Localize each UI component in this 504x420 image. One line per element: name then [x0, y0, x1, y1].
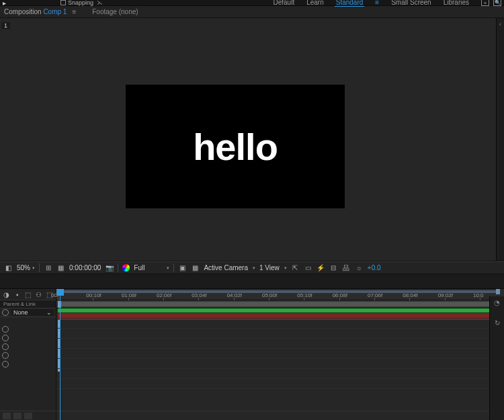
time-ruler[interactable]: 00f00:10f01:08f02:06f03:04f04:02f05:00f0…: [56, 289, 504, 300]
timeline-zoom-slider[interactable]: [56, 411, 504, 420]
time-navigator[interactable]: [56, 300, 504, 308]
parent-link-header: Parent & Link: [0, 300, 56, 308]
ruler-tick: 01:08f: [122, 292, 136, 298]
workspace-menu-icon[interactable]: ≡: [374, 0, 380, 7]
grid-icon[interactable]: ▦: [56, 263, 65, 272]
workspace-small-screen[interactable]: Small Screen: [390, 0, 432, 7]
viewer-controls: ◧ 50%▾ ⊞ ▦ 0:00:00:00 📷 Full▾ ▣ ▦ Active…: [0, 261, 504, 274]
av-column-icon[interactable]: ◑: [3, 290, 10, 298]
chevron-down-icon: ⌄: [46, 309, 52, 316]
frame-counter: 1: [1, 22, 10, 29]
composition-panel-tabs: Composition Comp 1 ≡ Footage (none): [0, 6, 504, 18]
timeline-switch-toggles: [0, 411, 56, 420]
right-docked-panel: ‹: [496, 18, 504, 261]
toggle-switch-icon[interactable]: [24, 413, 32, 419]
ruler-tick: 08:04f: [403, 292, 417, 298]
checkbox-icon: [60, 0, 66, 5]
panel-menu-icon[interactable]: ≡: [72, 8, 76, 15]
panel-divider[interactable]: [0, 274, 504, 289]
parent-link-row: None ⌄: [0, 308, 56, 317]
stopwatch-icon[interactable]: [2, 343, 9, 350]
ruler-tick: 05:00f: [262, 292, 277, 298]
reset-exposure-icon[interactable]: ☼: [355, 263, 364, 272]
solo-column-icon[interactable]: ⬚: [25, 290, 32, 298]
render-queue-icon[interactable]: ↻: [493, 319, 501, 327]
camera-dropdown[interactable]: Active Camera▾: [204, 264, 255, 271]
stopwatch-icon[interactable]: [2, 361, 9, 368]
stopwatch-icon[interactable]: [2, 335, 9, 341]
zoom-dropdown[interactable]: 50%▾: [17, 264, 35, 271]
ruler-tick: 09:02f: [438, 292, 453, 298]
workspace-switcher: Default Learn Standard ≡ Small Screen Li…: [271, 0, 470, 7]
timecode-display[interactable]: 0:00:00:00: [69, 264, 101, 271]
work-area-end-handle[interactable]: [496, 289, 500, 294]
composition-viewer[interactable]: 1 hello ‹: [0, 18, 504, 261]
views-dropdown[interactable]: 1 View▾: [259, 264, 287, 271]
ruler-tick: 04:02f: [227, 292, 242, 298]
parent-dropdown[interactable]: None ⌄: [11, 309, 54, 316]
color-management-icon[interactable]: [122, 264, 130, 271]
ruler-tick: 03:04f: [192, 292, 206, 298]
lock-column-icon[interactable]: ⚇: [35, 290, 42, 298]
ruler-tick: 00:10f: [86, 292, 101, 298]
ruler-tick: 02:06f: [157, 292, 171, 298]
flowchart-icon[interactable]: 品: [342, 263, 351, 272]
snapshot-icon[interactable]: 📷: [105, 263, 114, 272]
timeline-grid: [56, 308, 504, 411]
composition-canvas[interactable]: hello: [126, 85, 345, 208]
property-rows: [0, 317, 56, 368]
navigator-left-handle[interactable]: [58, 301, 61, 308]
search-icon[interactable]: 🔍: [493, 0, 501, 6]
resolution-icon[interactable]: ⊞: [44, 263, 52, 272]
transparency-grid-icon[interactable]: ▦: [191, 263, 200, 272]
composition-prefix: Composition: [4, 8, 42, 15]
timeline-panel: ◑ ▪ ⬚ ⚇ ⬚ Parent & Link None ⌄: [0, 289, 504, 420]
ruler-tick: 06:08f: [333, 292, 347, 298]
ruler-tick: 10:0: [473, 292, 484, 298]
composition-name-link[interactable]: Comp 1: [43, 8, 67, 15]
ruler-tick: 05:10f: [297, 292, 312, 298]
alpha-icon[interactable]: ◧: [4, 263, 13, 272]
exposure-value[interactable]: +0.0: [368, 264, 381, 271]
stopwatch-icon[interactable]: [2, 352, 9, 359]
navigator-thumb[interactable]: [58, 302, 500, 306]
footage-tab[interactable]: Footage (none): [92, 8, 138, 15]
workspace-default[interactable]: Default: [271, 0, 296, 7]
timeline-layer-columns: ◑ ▪ ⬚ ⚇ ⬚ Parent & Link None ⌄: [0, 289, 56, 420]
timeline-tracks[interactable]: 00f00:10f01:08f02:06f03:04f04:02f05:00f0…: [56, 289, 504, 420]
composition-tab[interactable]: Composition Comp 1: [4, 8, 67, 15]
workspace-standard[interactable]: Standard: [335, 0, 365, 7]
toolbar-left: ▸: [3, 0, 9, 6]
layer-column-headers: ◑ ▪ ⬚ ⚇ ⬚: [0, 289, 56, 300]
ruler-tick: 07:06f: [368, 292, 382, 298]
app-menubar: ▸ Snapping ⋋ Default Learn Standard ≡ Sm…: [0, 0, 504, 6]
panel-collapse-icon[interactable]: ‹: [497, 21, 504, 28]
workspace-learn[interactable]: Learn: [305, 0, 325, 7]
label-column-icon[interactable]: ▪: [14, 290, 21, 298]
snapping-toggle[interactable]: Snapping ⋋: [60, 0, 103, 6]
chevrons-icon[interactable]: »: [481, 0, 489, 6]
snapping-label: Snapping: [68, 0, 93, 6]
pickwhip-icon[interactable]: [2, 309, 9, 316]
stopwatch-icon[interactable]: [2, 326, 9, 333]
resolution-dropdown[interactable]: Full▾: [134, 264, 169, 271]
workspace-libraries[interactable]: Libraries: [442, 0, 470, 7]
topbar-right-icons: » 🔍: [481, 0, 501, 6]
timeline-right-gutter: ◔ ↻: [489, 296, 504, 420]
selection-tool-icon[interactable]: ▸: [3, 0, 9, 6]
fast-preview-icon[interactable]: ⚡: [317, 263, 325, 272]
toggle-switch-icon[interactable]: [3, 413, 11, 419]
text-layer-content: hello: [193, 125, 278, 169]
snapping-options-icon[interactable]: ⋋: [97, 0, 103, 6]
timeline-icon[interactable]: ⊟: [329, 263, 338, 272]
pixel-aspect-icon[interactable]: ▭: [304, 263, 312, 272]
share-view-icon[interactable]: ⇱: [291, 263, 300, 272]
toggle-switch-icon[interactable]: [13, 413, 22, 419]
roi-icon[interactable]: ▣: [178, 263, 187, 272]
comp-marker-icon[interactable]: ◔: [493, 299, 501, 307]
